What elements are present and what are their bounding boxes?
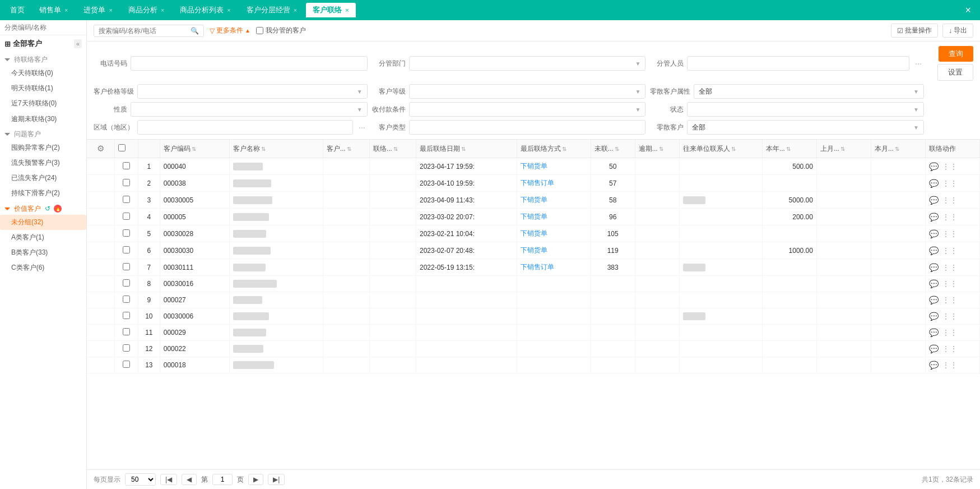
row-checkbox[interactable]	[115, 325, 138, 341]
sidebar-item-type-c[interactable]: C类客户(6)	[0, 260, 86, 275]
apps-icon[interactable]: ⋮⋮	[942, 263, 958, 272]
refresh-icon[interactable]: ↺	[45, 205, 50, 213]
page-size-select[interactable]: 50 100 200	[125, 473, 156, 486]
sidebar-group-value[interactable]: 价值客户 ↺ 🔥	[0, 201, 86, 215]
col-header-uncontact[interactable]: 未联...⇅	[591, 140, 635, 158]
last-contact-method[interactable]: 下销货单	[517, 192, 591, 209]
sidebar-group-problem[interactable]: 问题客户	[0, 127, 86, 140]
col-header-overdue[interactable]: 逾期...⇅	[635, 140, 679, 158]
search-icon[interactable]: 🔍	[191, 27, 199, 35]
prev-page-button[interactable]: ◀	[182, 474, 197, 485]
select-all-checkbox[interactable]	[118, 144, 126, 151]
last-contact-method[interactable]	[517, 325, 591, 341]
last-contact-method[interactable]	[517, 341, 591, 357]
message-icon[interactable]: 💬	[929, 344, 939, 353]
sidebar-item-overdue[interactable]: 逾期未联络(30)	[0, 112, 86, 127]
all-customers-header[interactable]: ⊞ 全部客户 «	[0, 35, 86, 52]
query-button[interactable]: 查询	[939, 46, 973, 62]
apps-icon[interactable]: ⋮⋮	[942, 361, 958, 370]
reset-button[interactable]: 设置	[937, 64, 973, 81]
last-contact-method[interactable]: 下销货单	[517, 225, 591, 242]
close-icon[interactable]: ×	[109, 7, 112, 13]
last-contact-method[interactable]	[517, 292, 591, 308]
col-header-this-month[interactable]: 本月...⇅	[871, 140, 925, 158]
nav-tab-customer-segment[interactable]: 客户分层经营 ×	[240, 3, 304, 17]
sidebar-collapse-button[interactable]: «	[74, 39, 82, 48]
close-icon[interactable]: ×	[227, 7, 230, 13]
search-input[interactable]	[99, 27, 188, 35]
sidebar-group-pending-contact[interactable]: 待联络客户	[0, 52, 86, 66]
apps-icon[interactable]: ⋮⋮	[942, 213, 958, 222]
sidebar-item-today[interactable]: 今天待联络(0)	[0, 66, 86, 81]
sidebar-item-churned[interactable]: 已流失客户(24)	[0, 170, 86, 186]
message-icon[interactable]: 💬	[929, 312, 939, 321]
price-level-select[interactable]: ▼	[137, 84, 368, 99]
close-icon[interactable]: ×	[294, 7, 297, 13]
close-all-button[interactable]: ×	[960, 4, 976, 16]
sidebar-item-declining[interactable]: 持续下滑客户(2)	[0, 186, 86, 201]
nav-home[interactable]: 首页	[4, 3, 30, 17]
row-checkbox[interactable]	[115, 175, 138, 192]
nav-tab-customer-contact[interactable]: 客户联络 ×	[306, 3, 355, 17]
col-header-code[interactable]: 客户编码⇅	[160, 140, 230, 158]
col-header-name[interactable]: 客户名称⇅	[230, 140, 323, 158]
payment-select[interactable]: ▼	[409, 102, 646, 117]
last-contact-method[interactable]: 下销货单	[517, 158, 591, 175]
apps-icon[interactable]: ⋮⋮	[942, 296, 958, 305]
status-select[interactable]: ▼	[687, 102, 924, 117]
batch-operation-button[interactable]: ☑ 批量操作	[891, 24, 938, 38]
nav-tab-purchase[interactable]: 进货单 ×	[77, 3, 119, 17]
last-page-button[interactable]: ▶|	[268, 474, 285, 485]
more-icon[interactable]: ···	[356, 123, 368, 132]
zero-customer-select[interactable]: 全部 ▼	[687, 120, 924, 135]
apps-icon[interactable]: ⋮⋮	[942, 229, 958, 238]
sidebar-item-type-a[interactable]: A类客户(1)	[0, 230, 86, 245]
last-contact-method[interactable]: 下销货单	[517, 209, 591, 225]
col-header-last-method[interactable]: 最后联络方式⇅	[517, 140, 591, 158]
message-icon[interactable]: 💬	[929, 179, 939, 188]
apps-icon[interactable]: ⋮⋮	[942, 328, 958, 337]
sidebar-item-ungrouped[interactable]: 未分组(32)	[0, 215, 86, 230]
message-icon[interactable]: 💬	[929, 328, 939, 337]
last-contact-method[interactable]	[517, 357, 591, 373]
row-checkbox[interactable]	[115, 341, 138, 357]
row-checkbox[interactable]	[115, 259, 138, 276]
message-icon[interactable]: 💬	[929, 296, 939, 305]
last-contact-method[interactable]	[517, 276, 591, 292]
last-contact-method[interactable]: 下销售订单	[517, 175, 591, 192]
row-checkbox[interactable]	[115, 292, 138, 308]
close-icon[interactable]: ×	[161, 7, 164, 13]
dept-select[interactable]: ▼	[409, 56, 646, 71]
message-icon[interactable]: 💬	[929, 361, 939, 370]
more-icon[interactable]: ···	[913, 59, 924, 68]
message-icon[interactable]: 💬	[929, 162, 939, 171]
next-page-button[interactable]: ▶	[248, 474, 263, 485]
col-header-last-month[interactable]: 上月...⇅	[816, 140, 871, 158]
apps-icon[interactable]: ⋮⋮	[942, 179, 958, 188]
category-search-input[interactable]	[4, 24, 87, 31]
nav-tab-analysis[interactable]: 商品分析 ×	[122, 3, 171, 17]
sidebar-item-type-b[interactable]: B类客户(33)	[0, 245, 86, 260]
row-checkbox[interactable]	[115, 242, 138, 259]
apps-icon[interactable]: ⋮⋮	[942, 246, 958, 255]
last-contact-method[interactable]	[517, 308, 591, 325]
message-icon[interactable]: 💬	[929, 196, 939, 205]
nav-tab-analysis-list[interactable]: 商品分析列表 ×	[173, 3, 237, 17]
row-checkbox[interactable]	[115, 276, 138, 292]
col-header-last-date[interactable]: 最后联络日期⇅	[416, 140, 517, 158]
sidebar-item-churn-warn[interactable]: 流失预警客户(3)	[0, 155, 86, 170]
apps-icon[interactable]: ⋮⋮	[942, 196, 958, 205]
col-header-contact-person[interactable]: 往来单位联系人⇅	[679, 140, 762, 158]
last-contact-method[interactable]: 下销售订单	[517, 259, 591, 276]
apps-icon[interactable]: ⋮⋮	[942, 344, 958, 353]
my-customers-check[interactable]	[256, 27, 263, 34]
export-button[interactable]: ↓ 导出	[942, 24, 973, 38]
sidebar-item-7days[interactable]: 近7天待联络(0)	[0, 96, 86, 111]
customer-type-select[interactable]	[409, 120, 646, 135]
message-icon[interactable]: 💬	[929, 263, 939, 272]
message-icon[interactable]: 💬	[929, 213, 939, 222]
row-checkbox[interactable]	[115, 192, 138, 209]
apps-icon[interactable]: ⋮⋮	[942, 312, 958, 321]
nav-tab-sales[interactable]: 销售单 ×	[32, 3, 75, 17]
staff-select[interactable]	[687, 56, 909, 71]
